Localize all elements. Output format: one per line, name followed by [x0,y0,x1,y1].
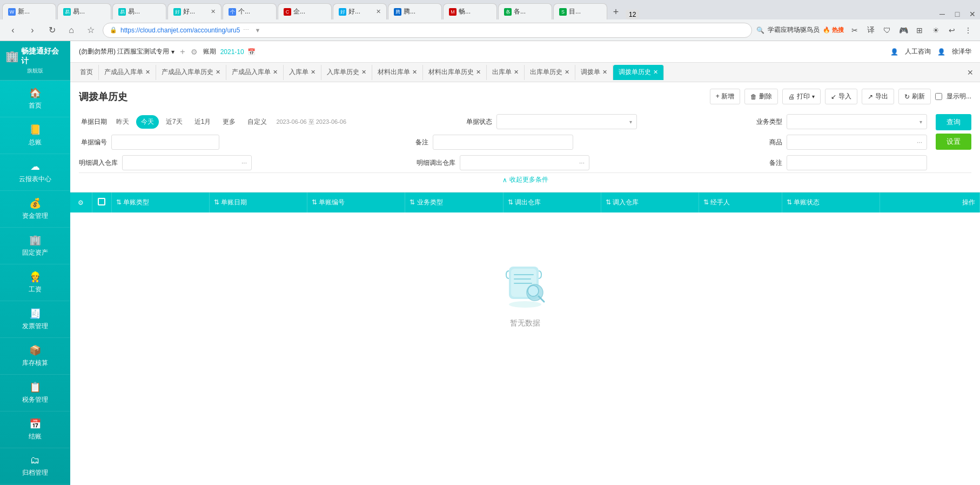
period-selector[interactable]: 账期 2021-10 📅 [203,47,256,56]
warehouse-out-select[interactable]: ··· [460,155,589,170]
reload-button[interactable]: ↻ [44,23,59,38]
page-tab-close-5[interactable]: ✕ [361,69,366,76]
tab-close-4[interactable]: ✕ [211,8,216,15]
page-tab-3[interactable]: 产成品入库单 ✕ [226,65,284,80]
page-tab-home[interactable]: 首页 [75,65,99,80]
table-col-doc-num[interactable]: ⇅ 单账编号 [307,192,405,212]
page-tab-close-7[interactable]: ✕ [476,69,481,76]
browser-tab-1[interactable]: W 新... [2,3,56,19]
date-yesterday[interactable]: 昨天 [111,115,134,129]
browser-tab-3[interactable]: 易 易... [112,3,166,19]
table-col-out-warehouse[interactable]: ⇅ 调出仓库 [503,192,601,212]
sidebar-item-fund[interactable]: 💰 资金管理 [0,191,70,228]
settings-gear-icon[interactable]: ⚙ [191,48,198,56]
new-tab-button[interactable]: + [608,4,623,19]
menu-icon[interactable]: ⋮ [962,24,975,37]
add-company-button[interactable]: + [180,47,185,57]
browser-tab-2[interactable]: 易 易... [57,3,111,19]
status-select[interactable]: ▾ [496,114,637,129]
page-tab-close-8[interactable]: ✕ [514,69,519,76]
browser-tab-8[interactable]: 腾 腾... [388,3,442,19]
goods-select[interactable]: ··· [787,135,927,150]
table-col-doc-date[interactable]: ⇅ 单账日期 [209,192,307,212]
page-tab-11-active[interactable]: 调拨单历史 ✕ [613,65,664,80]
page-tab-close-6[interactable]: ✕ [412,69,417,76]
page-tab-9[interactable]: 出库单历史 ✕ [525,65,575,80]
forward-button[interactable]: › [25,23,40,38]
sidebar-item-archive[interactable]: 🗂 归档管理 [0,448,70,484]
browser-tab-4[interactable]: 好 好... ✕ [167,3,221,19]
date-1month[interactable]: 近1月 [190,115,216,129]
import-button[interactable]: ↙ 导入 [825,89,857,104]
collapse-button[interactable]: ∧ 收起更多条件 [79,172,971,187]
biz-type-select[interactable]: ▾ [787,114,927,129]
table-col-handler[interactable]: ⇅ 经手人 [699,192,782,212]
page-tab-close-1[interactable]: ✕ [145,69,150,76]
new-button[interactable]: + 新增 [710,89,740,104]
bookmark-button[interactable]: ☆ [83,23,98,38]
table-col-doc-type[interactable]: ⇅ 单账类型 [111,192,209,212]
table-col-checkbox[interactable] [92,192,111,212]
browser-tab-5[interactable]: 个 个... [223,3,277,19]
back-button[interactable]: ‹ [5,23,21,38]
extra-remark-input[interactable] [787,155,927,170]
select-all-checkbox[interactable] [98,198,105,205]
extension-icon-2[interactable]: 🎮 [897,24,910,37]
address-input[interactable]: 🔒 https://cloud.chanjet.com/accounting/u… [103,23,752,38]
page-tab-5[interactable]: 入库单历史 ✕ [321,65,372,80]
browser-tab-11[interactable]: S 目... [553,3,607,19]
browser-tab-9[interactable]: M 畅... [443,3,497,19]
export-button[interactable]: ↗ 导出 [862,89,894,104]
page-tab-2[interactable]: 产成品入库单历史 ✕ [156,65,226,80]
table-col-biz-type[interactable]: ⇅ 业务类型 [405,192,503,212]
query-button[interactable]: 查询 [936,114,971,130]
scissors-icon[interactable]: ✂ [848,24,861,37]
doc-num-input[interactable] [111,135,219,150]
sidebar-item-fixed-assets[interactable]: 🏢 固定资产 [0,228,70,264]
date-7days[interactable]: 近7天 [161,115,187,129]
page-tab-close-3[interactable]: ✕ [273,69,278,76]
close-all-icon[interactable]: ✕ [967,68,974,77]
browser-tab-10[interactable]: 各 各... [498,3,552,19]
browser-tab-6[interactable]: C 企... [278,3,332,19]
home-button[interactable]: ⌂ [64,23,79,38]
table-col-doc-status[interactable]: ⇅ 单账状态 [782,192,880,212]
sidebar-item-invoice[interactable]: 🧾 发票管理 [0,301,70,338]
date-today[interactable]: 今天 [136,115,159,129]
page-tab-4[interactable]: 入库单 ✕ [284,65,321,80]
close-button[interactable]: ✕ [967,9,978,19]
sidebar-item-ledger[interactable]: 📒 总账 [0,117,70,154]
page-tab-close-2[interactable]: ✕ [216,69,220,76]
page-tab-1[interactable]: 产成品入库单 ✕ [99,65,156,80]
page-tab-close-11[interactable]: ✕ [653,69,658,76]
company-selector[interactable]: (勿删勿禁用) 江西服宝测试专用 ▾ [79,47,174,56]
undo-icon[interactable]: ↩ [945,24,958,37]
page-tab-10[interactable]: 调拨单 ✕ [575,65,613,80]
table-col-in-warehouse[interactable]: ⇅ 调入仓库 [601,192,699,212]
remark-input[interactable] [433,135,573,150]
page-tab-8[interactable]: 出库单 ✕ [487,65,525,80]
print-button[interactable]: 🖨 打印 ▾ [782,89,821,104]
minimize-button[interactable]: ─ [937,9,948,19]
sidebar-item-cloud-report[interactable]: ☁ 云报表中心 [0,154,70,191]
sidebar-item-home[interactable]: 🏠 首页 [0,81,70,117]
page-tab-7[interactable]: 材料出库单历史 ✕ [423,65,487,80]
date-more[interactable]: 更多 [218,115,240,129]
tab-close-7[interactable]: ✕ [376,8,381,15]
setting-button[interactable]: 设置 [936,134,971,150]
apps-icon[interactable]: ⊞ [913,24,926,37]
table-col-gear[interactable]: ⚙ [70,192,92,212]
display-button[interactable]: 显示明... [935,92,971,101]
close-all-tabs-btn[interactable]: ✕ [967,68,976,77]
sidebar-item-inventory[interactable]: 📦 库存核算 [0,338,70,375]
browser-tab-7[interactable]: 好 好... ✕ [333,3,387,19]
maximize-button[interactable]: □ [952,9,963,19]
extension-icon-1[interactable]: 🛡 [881,24,894,37]
page-tab-close-9[interactable]: ✕ [565,69,569,76]
translate-icon[interactable]: 译 [864,24,877,37]
warehouse-in-select[interactable]: ··· [122,155,252,170]
page-tab-close-4[interactable]: ✕ [311,69,316,76]
brightness-icon[interactable]: ☀ [929,24,942,37]
sidebar-item-close-period[interactable]: 📅 结账 [0,411,70,448]
support-label[interactable]: 人工咨询 [905,47,931,56]
